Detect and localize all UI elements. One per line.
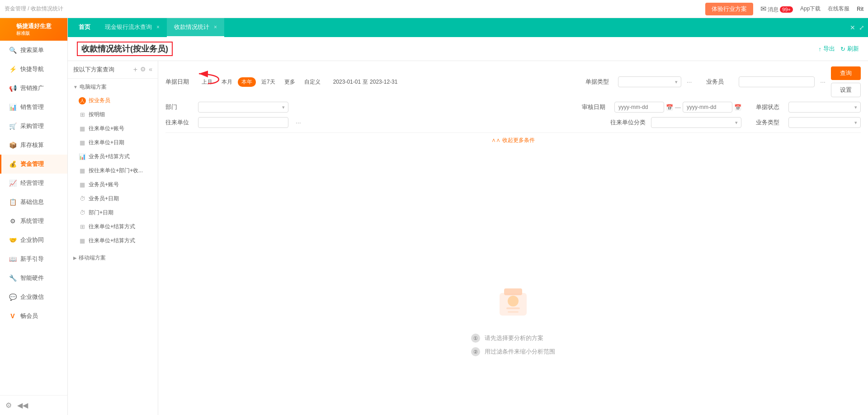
sidebar-item-label-wechat: 企业微信 bbox=[20, 293, 44, 301]
sidebar-item-wechat[interactable]: 💬 企业微信 bbox=[0, 288, 67, 307]
logo-text: 畅捷通好生意 bbox=[16, 22, 52, 30]
page-title-bar: 收款情况统计(按业务员) ↑ 导出 ↻ 刷新 bbox=[68, 37, 868, 61]
tab-bank-flow-close[interactable]: × bbox=[156, 24, 160, 30]
tab-bank-flow[interactable]: 现金银行流水查询 × bbox=[98, 18, 167, 37]
date-tab-last-month[interactable]: 上月 bbox=[198, 77, 216, 87]
scheme-item-dept-date[interactable]: ⏱ 部门+日期 bbox=[68, 206, 158, 220]
scheme-setting-icon[interactable]: ⚙ bbox=[140, 66, 146, 74]
sidebar-item-business[interactable]: 📈 经营管理 bbox=[0, 174, 67, 193]
online-service[interactable]: 在线客服 bbox=[828, 5, 849, 13]
review-date-to[interactable] bbox=[683, 102, 732, 113]
counterpart-more-icon[interactable]: ··· bbox=[296, 119, 301, 126]
marketing-icon: 📢 bbox=[9, 84, 17, 92]
counterpart-label: 往来单位 bbox=[165, 118, 193, 127]
query-btn[interactable]: 查询 bbox=[831, 66, 861, 80]
tab-home[interactable]: 首页 bbox=[71, 18, 98, 37]
filter-row-2: 部门 审核日期 📅 — bbox=[165, 102, 861, 113]
refresh-btn[interactable]: ↻ 刷新 bbox=[840, 45, 859, 53]
dept-select[interactable] bbox=[198, 102, 288, 113]
sidebar-item-label-finance: 资金管理 bbox=[20, 160, 44, 168]
date-tab-7days[interactable]: 近7天 bbox=[258, 77, 279, 87]
sidebar: 畅捷通好生意 标准版 🔍 搜索菜单 ⚡ 快捷导航 📢 营销推广 📊 销售管理 🛒… bbox=[0, 18, 68, 415]
purchase-icon: 🛒 bbox=[9, 122, 17, 130]
review-date-from[interactable] bbox=[614, 102, 664, 113]
sidebar-item-finance[interactable]: 💰 资金管理 bbox=[0, 155, 67, 174]
user-name[interactable]: Rit bbox=[857, 6, 863, 12]
scheme-group-mobile-header[interactable]: ▶ 移动端方案 bbox=[68, 251, 158, 264]
sidebar-item-inventory[interactable]: 📦 库存核算 bbox=[0, 136, 67, 155]
scheme-item-unit-dept[interactable]: ▦ 按往来单位+部门+收... bbox=[68, 164, 158, 178]
sidebar-item-purchase[interactable]: 🛒 采购管理 bbox=[0, 117, 67, 136]
scheme-add-icon[interactable]: + bbox=[133, 66, 137, 74]
date-tab-custom[interactable]: 自定义 bbox=[301, 77, 324, 87]
scheme-item-by-salesperson[interactable]: 人 按业务员 bbox=[68, 94, 158, 108]
logo-version: 标准版 bbox=[16, 30, 52, 37]
scheme-item-salesperson-date[interactable]: ⏱ 业务员+日期 bbox=[68, 192, 158, 206]
sidebar-item-label-search: 搜索菜单 bbox=[20, 46, 44, 54]
sidebar-item-vip[interactable]: V 畅会员 bbox=[0, 307, 67, 325]
app-download[interactable]: App下载 bbox=[800, 5, 821, 13]
sidebar-item-sales[interactable]: 📊 销售管理 bbox=[0, 98, 67, 117]
cal-to-icon[interactable]: 📅 bbox=[734, 104, 741, 111]
scheme-item-unit-account[interactable]: ▦ 往来单位+账号 bbox=[68, 122, 158, 136]
sidebar-item-hardware[interactable]: 🔧 智能硬件 bbox=[0, 269, 67, 288]
sidebar-item-collab[interactable]: 🤝 企业协同 bbox=[0, 231, 67, 250]
scheme-item-salesperson-settlement[interactable]: 📊 业务员+结算方式 bbox=[68, 150, 158, 164]
business-type-select[interactable] bbox=[788, 117, 861, 128]
scheme-item-unit-date[interactable]: ▦ 往来单位+日期 bbox=[68, 136, 158, 150]
sidebar-item-guide[interactable]: 📖 新手引导 bbox=[0, 250, 67, 269]
scheme-item-detail[interactable]: ⊞ 按明细 bbox=[68, 108, 158, 122]
voucher-status-wrap bbox=[788, 102, 861, 113]
salesperson-account-icon: ▦ bbox=[79, 181, 86, 189]
salesperson-settlement-icon: 📊 bbox=[79, 153, 86, 160]
filter-area: 单据日期 上月 本月 本年 近7天 更多 自定义 2023-01-01 bbox=[158, 61, 868, 226]
sidebar-item-quicknav[interactable]: ⚡ 快捷导航 bbox=[0, 60, 67, 79]
trial-btn[interactable]: 体验行业方案 bbox=[705, 3, 753, 15]
scheme-item-unit-settle1[interactable]: ⊞ 往来单位+结算方式 bbox=[68, 220, 158, 234]
sidebar-item-basic[interactable]: 📋 基础信息 bbox=[0, 193, 67, 212]
counterpart-input[interactable] bbox=[198, 117, 288, 128]
messages[interactable]: ✉ 消息 99+ bbox=[760, 5, 793, 14]
top-header: 资金管理 / 收款情况统计 体验行业方案 ✉ 消息 99+ App下载 在线客服… bbox=[0, 0, 868, 18]
collapse-sidebar-icon[interactable]: ◀◀ bbox=[17, 401, 28, 410]
sidebar-item-marketing[interactable]: 📢 营销推广 bbox=[0, 79, 67, 98]
scheme-item-label-unit-settle1: 往来单位+结算方式 bbox=[89, 223, 135, 231]
tab-collection-stats[interactable]: 收款情况统计 × bbox=[167, 18, 224, 37]
voucher-status-label: 单据状态 bbox=[756, 103, 783, 111]
tab-close-all-icon[interactable]: ✕ bbox=[850, 24, 855, 31]
tab-expand-icon[interactable]: ⤢ bbox=[859, 24, 864, 31]
scheme-item-unit-settle2[interactable]: ▦ 往来单位+结算方式 bbox=[68, 234, 158, 248]
date-tab-this-year[interactable]: 本年 bbox=[238, 77, 256, 87]
voucher-type-wrap bbox=[618, 76, 681, 87]
step-1-label: 请先选择要分析的方案 bbox=[485, 334, 543, 342]
set-btn[interactable]: 设置 bbox=[831, 83, 861, 97]
salesperson-more[interactable]: ··· bbox=[820, 78, 826, 85]
date-range-sep: 至 bbox=[363, 78, 368, 86]
cal-from-icon[interactable]: 📅 bbox=[666, 104, 673, 111]
date-tab-more[interactable]: 更多 bbox=[281, 77, 299, 87]
scheme-collapse-icon[interactable]: « bbox=[149, 66, 152, 74]
settings-bottom-icon[interactable]: ⚙ bbox=[5, 401, 12, 410]
salesperson-input[interactable] bbox=[739, 76, 815, 87]
collapse-label: 收起更多条件 bbox=[502, 137, 535, 143]
voucher-type-more[interactable]: ··· bbox=[687, 78, 692, 85]
counterpart-cat-select[interactable] bbox=[651, 117, 741, 128]
unit-settle2-icon: ▦ bbox=[79, 237, 86, 245]
mobile-group-arrow: ▶ bbox=[73, 255, 77, 260]
search-icon: 🔍 bbox=[9, 46, 17, 54]
salesperson-scheme-icon: 人 bbox=[79, 97, 86, 104]
scheme-header-label: 按以下方案查询 bbox=[73, 66, 114, 74]
sidebar-item-system[interactable]: ⚙ 系统管理 bbox=[0, 212, 67, 231]
export-btn[interactable]: ↑ 导出 bbox=[819, 45, 835, 53]
sidebar-item-search[interactable]: 🔍 搜索菜单 bbox=[0, 41, 67, 60]
sidebar-item-label-basic: 基础信息 bbox=[20, 198, 44, 206]
scheme-item-salesperson-account[interactable]: ▦ 业务员+账号 bbox=[68, 178, 158, 192]
scheme-group-pc-header[interactable]: ▼ 电脑端方案 bbox=[68, 80, 158, 94]
voucher-type-select[interactable] bbox=[618, 76, 681, 87]
sidebar-item-label-marketing: 营销推广 bbox=[20, 84, 44, 92]
scheme-item-label-salesperson-settlement: 业务员+结算方式 bbox=[89, 153, 130, 160]
collapse-bar[interactable]: ∧∧ 收起更多条件 bbox=[165, 132, 861, 148]
voucher-status-select[interactable] bbox=[788, 102, 861, 113]
date-tab-this-month[interactable]: 本月 bbox=[218, 77, 236, 87]
tab-collection-stats-close[interactable]: × bbox=[214, 24, 217, 30]
